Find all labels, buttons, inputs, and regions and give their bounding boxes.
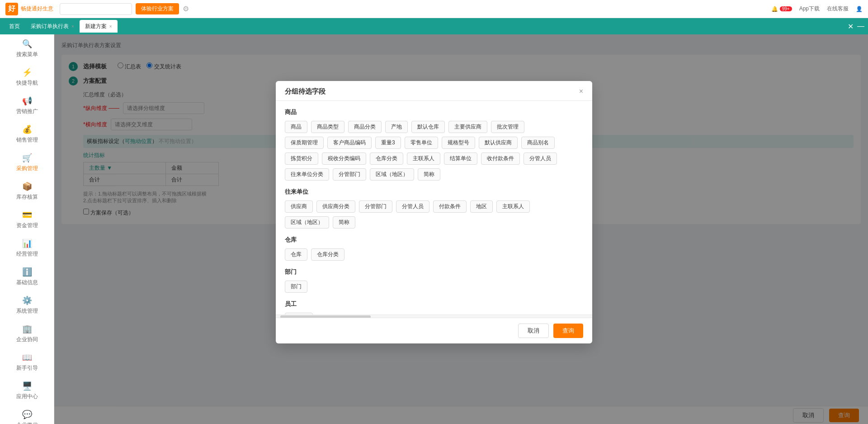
- logo-text: 畅捷通好生意: [21, 5, 53, 13]
- sidebar: 🔍 搜索菜单 ⚡ 快捷导航 📢 营销推广 💰 销售管理 🛒 采购管理 📦 库存核…: [0, 34, 54, 231]
- topbar: 好 畅捷通好生意 体验行业方案 ⚙ 🔔 99+ App下载 在线客服 👤: [0, 0, 868, 18]
- logo-icon: 好: [5, 3, 18, 15]
- field-tax-code[interactable]: 税收分类编码: [322, 152, 366, 165]
- field-payment-terms2[interactable]: 付款条件: [433, 200, 467, 213]
- section-counterpart-fields: 供应商 供应商分类 分管部门 分管人员 付款条件 地区 主联系人: [285, 200, 583, 213]
- section-goods-fields: 商品 商品类型 商品分类 产地 默认仓库 主要供应商 批次管理: [285, 121, 583, 133]
- field-abbr2[interactable]: 简称: [333, 216, 355, 229]
- sidebar-item-purchase[interactable]: 🛒 采购管理: [0, 148, 54, 177]
- field-region2[interactable]: 区域（地区）: [285, 216, 329, 229]
- section-counterpart-title: 往来单位: [285, 188, 583, 196]
- avatar[interactable]: 👤: [856, 6, 863, 12]
- experience-btn[interactable]: 体验行业方案: [136, 3, 179, 14]
- field-batch-mgmt[interactable]: 批次管理: [491, 121, 524, 133]
- field-select-modal: 分组待选字段 × 商品 商品 商品类型 商品分类 产地 默认仓库 主要供应商 批…: [276, 81, 592, 232]
- field-weight3[interactable]: 重量3: [375, 137, 401, 149]
- field-default-warehouse[interactable]: 默认仓库: [411, 121, 445, 133]
- online-service-link[interactable]: 在线客服: [827, 5, 849, 13]
- field-default-supplier[interactable]: 默认供应商: [479, 137, 518, 149]
- minimize-icon[interactable]: —: [857, 22, 864, 30]
- gear-icon[interactable]: ⚙: [183, 5, 189, 13]
- section-goods-fields2: 保质期管理 客户商品编码 重量3 零售单位 规格型号 默认供应商 商品别名: [285, 137, 583, 149]
- logo: 好 畅捷通好生意: [5, 3, 60, 15]
- field-goods[interactable]: 商品: [285, 121, 307, 133]
- field-supplier-category[interactable]: 供应商分类: [316, 200, 355, 213]
- tab-close-purchase[interactable]: ×: [71, 24, 74, 29]
- search-icon: 🔍: [22, 39, 32, 49]
- sales-icon: 💰: [22, 124, 32, 134]
- marketing-icon: 📢: [22, 96, 32, 106]
- field-pick-points[interactable]: 拣货积分: [285, 152, 318, 165]
- notification-icon[interactable]: 🔔 99+: [771, 6, 792, 12]
- field-retail-unit[interactable]: 零售单位: [405, 137, 438, 149]
- field-supplier[interactable]: 供应商: [285, 200, 313, 213]
- sidebar-item-marketing[interactable]: 📢 营销推广: [0, 91, 54, 120]
- field-main-contact2[interactable]: 主联系人: [496, 200, 530, 213]
- tab-new-plan[interactable]: 新建方案 ×: [80, 20, 118, 33]
- search-input[interactable]: [60, 3, 132, 15]
- field-supervisor2[interactable]: 分管人员: [396, 200, 429, 213]
- topbar-center: 体验行业方案 ⚙: [60, 3, 771, 15]
- section-goods-fields4: 往来单位分类 分管部门 区域（地区） 简称: [285, 168, 583, 181]
- modal-body: 商品 商品 商品类型 商品分类 产地 默认仓库 主要供应商 批次管理 保质期管理…: [276, 101, 592, 232]
- tab-close-new-plan[interactable]: ×: [109, 24, 112, 29]
- topbar-right: 🔔 99+ App下载 在线客服 👤: [771, 5, 863, 13]
- sidebar-item-finance[interactable]: 💳 资金管理: [0, 205, 54, 231]
- purchase-icon: 🛒: [22, 153, 32, 163]
- section-goods-title: 商品: [285, 108, 583, 116]
- tabs-bar: 首页 采购订单执行表 × 新建方案 × ✕ —: [0, 18, 868, 34]
- sidebar-item-quick-nav[interactable]: ⚡ 快捷导航: [0, 63, 54, 91]
- field-goods-alias[interactable]: 商品别名: [521, 137, 555, 149]
- field-supervisor[interactable]: 分管人员: [524, 152, 557, 165]
- section-counterpart-fields2: 区域（地区） 简称: [285, 216, 583, 229]
- field-origin[interactable]: 产地: [385, 121, 408, 133]
- modal-close-btn[interactable]: ×: [579, 87, 583, 95]
- field-customer-code[interactable]: 客户商品编码: [327, 137, 372, 149]
- field-goods-category[interactable]: 商品分类: [348, 121, 382, 133]
- sidebar-item-sales[interactable]: 💰 销售管理: [0, 120, 54, 148]
- inventory-icon: 📦: [22, 181, 32, 191]
- modal-title: 分组待选字段: [285, 87, 326, 96]
- close-tab-icon[interactable]: ✕: [848, 22, 854, 31]
- field-spec-model[interactable]: 规格型号: [442, 137, 475, 149]
- field-main-supplier[interactable]: 主要供应商: [448, 121, 487, 133]
- field-main-contact[interactable]: 主联系人: [407, 152, 440, 165]
- tab-home[interactable]: 首页: [4, 20, 25, 33]
- field-region-goods[interactable]: 区域（地区）: [370, 168, 414, 181]
- field-shelf-life[interactable]: 保质期管理: [285, 137, 324, 149]
- modal-header: 分组待选字段 ×: [276, 81, 592, 101]
- field-dept2[interactable]: 分管部门: [359, 200, 392, 213]
- notification-badge: 99+: [780, 6, 792, 11]
- field-area[interactable]: 地区: [470, 200, 493, 213]
- section-goods-fields3: 拣货积分 税收分类编码 仓库分类 主联系人 结算单位 收付款条件 分管人员: [285, 152, 583, 165]
- field-settlement-unit[interactable]: 结算单位: [444, 152, 477, 165]
- field-payment-terms[interactable]: 收付款条件: [481, 152, 520, 165]
- sidebar-item-search[interactable]: 🔍 搜索菜单: [0, 34, 54, 63]
- field-dept[interactable]: 分管部门: [333, 168, 366, 181]
- field-abbr-goods[interactable]: 简称: [418, 168, 440, 181]
- quick-nav-icon: ⚡: [22, 67, 32, 77]
- field-counterpart-category[interactable]: 往来单位分类: [285, 168, 329, 181]
- field-warehouse-category[interactable]: 仓库分类: [370, 152, 403, 165]
- finance-icon: 💳: [22, 210, 32, 220]
- field-goods-type[interactable]: 商品类型: [311, 121, 344, 133]
- tab-purchase-list[interactable]: 采购订单执行表 ×: [25, 20, 80, 33]
- sidebar-item-inventory[interactable]: 📦 库存核算: [0, 177, 54, 205]
- app-download-link[interactable]: App下载: [799, 5, 820, 13]
